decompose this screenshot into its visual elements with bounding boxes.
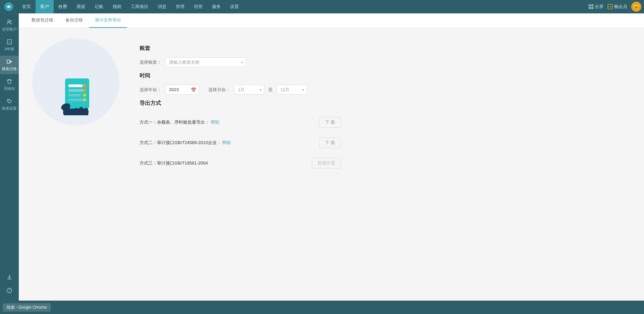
time-section-title: 时间 <box>140 72 341 79</box>
svg-text:?: ? <box>8 289 10 293</box>
account-label: 选择账套： <box>140 59 161 65</box>
export-method-1: 方式一：余额表、序时账批量导出： 帮助 下 载 <box>140 112 341 133</box>
nav-invoice[interactable]: 票据 <box>72 0 90 13</box>
svg-point-24 <box>83 98 86 102</box>
start-month-select[interactable]: 1月2月3月4月 5月6月7月8月 9月10月11月12月 <box>234 85 264 95</box>
nav-menu: 首页 客户 收费 票据 记账 报税 工商项目 消息 管理 经营 服务 设置 <box>17 0 589 13</box>
export-section: 导出方式 方式一：余额表、序时账批量导出： 帮助 下 载 方式二：审计接口GB/… <box>140 100 341 174</box>
tab-bar: 数据包迁移 备份迁移 审计文件导出 <box>19 13 644 28</box>
taskbar-chrome[interactable]: 线索 - Google Chrome <box>3 303 51 312</box>
nav-service[interactable]: 服务 <box>207 0 225 13</box>
end-month-select[interactable]: 1月2月3月4月 5月6月7月8月 9月10月11月12月 <box>277 85 307 95</box>
sidebar-item-tag-settings[interactable]: 标签设置 <box>0 95 19 114</box>
audit-illustration <box>42 48 109 115</box>
export-method-2-button[interactable]: 下 载 <box>319 137 341 148</box>
sidebar-item-download[interactable] <box>0 271 19 283</box>
svg-rect-27 <box>79 107 83 115</box>
time-row: 选择年份： 📅 选择月份： 1月2月3月4月 5月6月7月8月 9月10月11月… <box>140 85 341 95</box>
year-input-wrapper: 📅 <box>165 85 199 95</box>
month-label: 选择月份： <box>208 87 230 93</box>
nav-manage[interactable]: 管理 <box>171 0 189 13</box>
illustration-circle <box>32 38 119 125</box>
fullscreen-button[interactable]: 全屏 <box>589 4 603 10</box>
export-method-2: 方式二：审计接口GB/T24589-2010企业： 帮助 下 载 <box>140 133 341 153</box>
svg-point-22 <box>83 89 86 92</box>
svg-point-7 <box>8 20 10 22</box>
nav-tax[interactable]: 报税 <box>108 0 126 13</box>
account-section-title: 账套 <box>140 45 341 52</box>
account-row: 选择账套： 请输入账套名称 ▾ <box>140 57 341 67</box>
sidebar-item-all-clients[interactable]: 全部客户 <box>0 16 19 35</box>
nav-home[interactable]: 首页 <box>17 0 36 13</box>
nav-billing[interactable]: 收费 <box>54 0 72 13</box>
export-section-title: 导出方式 <box>140 100 341 107</box>
nav-bookkeeping[interactable]: 记账 <box>90 0 108 13</box>
export-method-1-button[interactable]: 下 载 <box>319 117 341 128</box>
illustration-area <box>32 38 119 125</box>
svg-rect-17 <box>68 84 83 87</box>
main-layout: 全部客户 0 0申报 账套迁移 回收站 <box>0 13 644 301</box>
sidebar-item-help[interactable]: ? <box>0 285 19 297</box>
end-month-wrapper: 1月2月3月4月 5月6月7月8月 9月10月11月12月 ▾ <box>277 85 307 95</box>
vip-button[interactable]: VIP 畅会员 <box>607 4 627 10</box>
export-method-3: 方式三：审计接口GB/T19581-2004 暂缓开通 <box>140 153 341 174</box>
account-select[interactable]: 请输入账套名称 <box>165 57 246 67</box>
nav-message[interactable]: 消息 <box>153 0 171 13</box>
account-select-wrapper: 请输入账套名称 ▾ <box>165 57 246 67</box>
nav-business[interactable]: 工商项目 <box>126 0 153 13</box>
sidebar-label-tag-settings: 标签设置 <box>2 106 17 111</box>
svg-rect-28 <box>84 108 88 115</box>
svg-point-23 <box>83 93 86 97</box>
svg-rect-3 <box>589 7 590 9</box>
app-logo[interactable] <box>3 1 15 13</box>
sidebar-label-zero-filing: 0申报 <box>5 47 14 52</box>
svg-rect-11 <box>7 60 10 63</box>
start-month-wrapper: 1月2月3月4月 5月6月7月8月 9月10月11月12月 ▾ <box>234 85 264 95</box>
svg-text:VIP: VIP <box>608 5 612 8</box>
year-label: 选择年份： <box>140 87 161 93</box>
user-avatar[interactable]: 😺 <box>631 2 641 12</box>
content-area: 数据包迁移 备份迁移 审计文件导出 <box>19 13 644 301</box>
top-navigation: 首页 客户 收费 票据 记账 报税 工商项目 消息 管理 经营 服务 设置 全屏… <box>0 0 644 13</box>
sidebar-item-recycle[interactable]: 回收站 <box>0 75 19 94</box>
export-method-2-desc: 方式二：审计接口GB/T24589-2010企业： 帮助 <box>140 140 231 146</box>
svg-rect-18 <box>68 89 85 92</box>
svg-point-12 <box>8 100 9 101</box>
sidebar-bottom: ? <box>0 271 19 301</box>
left-sidebar: 全部客户 0 0申报 账套迁移 回收站 <box>0 13 19 301</box>
form-area: 账套 选择账套： 请输入账套名称 ▾ 时间 选择年份： <box>140 38 341 174</box>
tab-data-migration[interactable]: 数据包迁移 <box>25 17 59 28</box>
sidebar-item-account-migrate[interactable]: 账套迁移 <box>0 56 19 74</box>
svg-rect-20 <box>68 99 83 101</box>
sidebar-label-account-migrate: 账套迁移 <box>2 66 17 71</box>
svg-rect-19 <box>68 94 80 97</box>
page-content: 账套 选择账套： 请输入账套名称 ▾ 时间 选择年份： <box>19 28 644 301</box>
svg-text:0: 0 <box>9 41 10 43</box>
export-method-3-desc: 方式三：审计接口GB/T19581-2004 <box>140 160 208 166</box>
svg-rect-26 <box>74 108 78 115</box>
taskbar: 线索 - Google Chrome <box>0 301 644 314</box>
export-method-1-help[interactable]: 帮助 <box>211 120 219 125</box>
export-method-1-desc: 方式一：余额表、序时账批量导出： 帮助 <box>140 119 219 125</box>
sidebar-item-zero-filing[interactable]: 0 0申报 <box>0 36 19 54</box>
svg-rect-2 <box>592 5 593 6</box>
nav-client[interactable]: 客户 <box>36 0 54 13</box>
svg-point-8 <box>10 20 11 22</box>
year-input[interactable] <box>165 85 199 95</box>
nav-right: 全屏 VIP 畅会员 😺 <box>589 2 641 12</box>
tab-backup-migration[interactable]: 备份迁移 <box>59 17 89 28</box>
sidebar-label-all-clients: 全部客户 <box>2 27 17 32</box>
to-label: 至 <box>268 87 273 93</box>
export-method-2-help[interactable]: 帮助 <box>222 140 231 145</box>
svg-rect-4 <box>592 7 593 9</box>
svg-point-21 <box>83 84 86 87</box>
svg-rect-1 <box>589 5 590 6</box>
export-method-3-button: 暂缓开通 <box>312 158 341 169</box>
nav-operation[interactable]: 经营 <box>189 0 207 13</box>
nav-settings[interactable]: 设置 <box>225 0 244 13</box>
sidebar-label-recycle: 回收站 <box>4 86 15 91</box>
tab-audit-export[interactable]: 审计文件导出 <box>89 17 127 28</box>
